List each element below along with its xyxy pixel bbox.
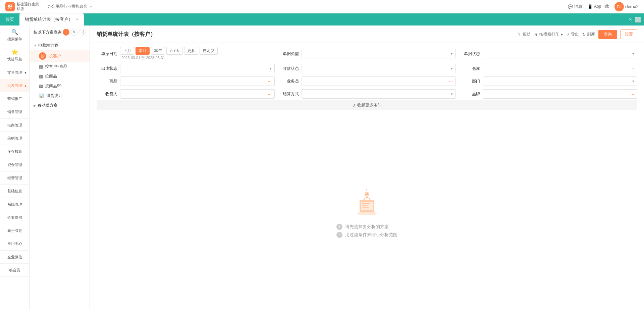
empty-hint-2: 2 用过滤条件来缩小分析范围 [336, 232, 397, 238]
date-btn-more[interactable]: 更多 [184, 47, 198, 55]
doc-status-field: 单据状态 ▾ [459, 47, 637, 60]
sidebar-item-wholesale[interactable]: 批发管理 ▲ [0, 79, 29, 92]
export-icon: ↗ [566, 32, 570, 37]
scheme-header-actions: + ✎ 《 [63, 29, 86, 36]
main-panel: 销货单统计表（按客户） ？ 帮助 🖨 按模板打印 ▾ ↗ [90, 25, 644, 310]
salesperson-select[interactable]: ··· [302, 76, 456, 86]
scheme-collapse-button[interactable]: 《 [79, 29, 86, 36]
sidebar-item-system[interactable]: 系统管理 [0, 198, 29, 211]
sidebar-item-member[interactable]: 畅会员 [0, 264, 29, 277]
grid2-icon: ▦ [39, 74, 43, 79]
receiver-select[interactable]: ··· [120, 89, 275, 99]
doc-type-select[interactable]: ▾ [302, 49, 456, 58]
out-status-select[interactable]: ▾ [120, 64, 275, 73]
quicknav-icon: ⭐ [11, 49, 18, 55]
tab-bar: 首页 销货单统计表（按客户） × × ⬜ [0, 13, 644, 25]
date-btn-this-year[interactable]: 本年 [151, 47, 165, 55]
sidebar-item-cooperation[interactable]: 企业协同 [0, 211, 29, 224]
empty-state: 1 请先选择要分析的方案 2 用过滤条件来缩小分析范围 [90, 114, 644, 310]
page-header: 销货单统计表（按客户） ？ 帮助 🖨 按模板打印 ▾ ↗ [90, 25, 644, 43]
doc-status-select[interactable]: ▾ [483, 49, 637, 58]
tree-item-by-goods[interactable]: ▦ 按商品 [30, 71, 90, 81]
date-btn-custom[interactable]: 自定义 [200, 47, 218, 55]
settlement-select[interactable]: ▾ [302, 89, 456, 99]
doc-type-chevron-icon: ▾ [451, 52, 453, 56]
tab-minimize-button[interactable]: × [629, 16, 632, 22]
wholesale-expand-icon: ▲ [24, 84, 27, 88]
sidebar-item-retail[interactable]: 零售管理 ▼ [0, 66, 29, 79]
scheme-add-button[interactable]: + [63, 29, 69, 36]
tree-item-return-stats[interactable]: 📊 退货统计 [30, 91, 90, 101]
user-profile[interactable]: Ea demo2 [614, 2, 639, 11]
app-download-icon: 📱 [588, 4, 593, 9]
refresh-button[interactable]: ↻ 刷新 [582, 32, 595, 37]
help-button[interactable]: ？ 帮助 [517, 32, 531, 37]
warehouse-select[interactable]: ··· [483, 64, 637, 73]
out-status-field: 出库状态 ▾ [97, 64, 275, 73]
print-button[interactable]: 🖨 按模板打印 ▾ [534, 32, 563, 37]
hint-num-1: 1 [336, 224, 342, 230]
settlement-field: 结算方式 ▾ [278, 89, 456, 99]
department-select[interactable]: ▾ [483, 76, 637, 86]
sidebar-item-appstore[interactable]: 应用中心 [0, 237, 29, 250]
receiver-field: 收货人 ··· [97, 89, 275, 99]
tree-item-by-goods99[interactable]: ▦ 按商品99 [30, 81, 90, 91]
sidebar-item-wechat[interactable]: 企业微信 [0, 251, 29, 264]
scheme-panel-header: 按以下方案查询 + ✎ 《 [30, 25, 90, 39]
app-download-button[interactable]: 📱 App下载 [588, 4, 609, 9]
sidebar-item-sales[interactable]: 销售管理 [0, 105, 29, 118]
sidebar-item-marketing[interactable]: 营销推广 [0, 92, 29, 105]
date-btn-last-month[interactable]: 上月 [120, 47, 134, 55]
logo-text: 畅捷通好生意 标版 [17, 2, 39, 11]
tree-group-mobile-header[interactable]: ▶ 移动端方案 [30, 101, 90, 110]
sidebar-item-operation[interactable]: 经营管理 [0, 171, 29, 185]
sidebar-item-inventory[interactable]: 库存核算 [0, 145, 29, 158]
sidebar-item-ecommerce[interactable]: 电商管理 [0, 119, 29, 132]
warehouse-dots-icon: ··· [630, 66, 634, 71]
sidebar-item-newguide[interactable]: 新手引导 [0, 224, 29, 237]
settings-button[interactable]: 设置 [621, 30, 637, 39]
date-btn-7days[interactable]: 近7天 [166, 47, 183, 55]
svg-line-8 [366, 189, 367, 190]
breadcrumb-arrow: ▼ [89, 4, 93, 9]
logo-area: 好 畅捷通好生意 标版 [5, 2, 39, 11]
export-button[interactable]: ↗ 导出 [566, 32, 579, 37]
tab-close-button[interactable]: × [76, 17, 78, 22]
tab-active[interactable]: 销货单统计表（按客户） × [19, 13, 84, 25]
receiver-dots-icon: ··· [268, 91, 272, 97]
collapse-button[interactable]: ∧ 收起更多条件 [97, 100, 637, 110]
header-divider [43, 4, 43, 9]
tree-item-by-customer-goods[interactable]: ▦ 按客户+商品 [30, 62, 90, 71]
svg-rect-4 [362, 205, 368, 206]
date-btn-this-month[interactable]: 本月 [136, 47, 150, 55]
scheme-edit-button[interactable]: ✎ [71, 29, 77, 36]
doc-type-field: 单据类型 ▾ [278, 47, 456, 60]
goods-select[interactable]: ··· [120, 76, 275, 86]
brand-select[interactable]: ··· [483, 89, 637, 99]
grid-icon: ▦ [39, 64, 43, 69]
active-indicator: 按 [39, 52, 46, 60]
sidebar-item-purchase[interactable]: 采购管理 [0, 132, 29, 145]
sidebar-item-quicknav[interactable]: ⭐ 快捷导航 [0, 45, 29, 66]
pay-status-select[interactable]: ▾ [302, 64, 456, 73]
salesperson-dots-icon: ··· [449, 79, 453, 84]
svg-rect-5 [362, 207, 369, 208]
sidebar: 🔍 搜索菜单 ⭐ 快捷导航 零售管理 ▼ 批发管理 ▲ 营销推广 销售管理 电商… [0, 25, 30, 310]
tree-item-by-customer[interactable]: 按 按客户 [30, 50, 90, 62]
sidebar-item-finance[interactable]: 资金管理 [0, 158, 29, 171]
sidebar-item-basic[interactable]: 基础信息 [0, 185, 29, 198]
tab-home[interactable]: 首页 [0, 13, 19, 25]
message-button[interactable]: 💬 消息 [568, 4, 582, 9]
tree-group-desktop-header[interactable]: ▼ 电脑端方案 [30, 41, 90, 50]
tab-maximize-button[interactable]: ⬜ [635, 16, 641, 23]
empty-hint-1: 1 请先选择要分析的方案 [336, 224, 397, 230]
print-dropdown-icon: ▾ [561, 32, 563, 37]
user-name: demo2 [625, 4, 639, 9]
header-right: 💬 消息 📱 App下载 Ea demo2 [568, 2, 639, 11]
sidebar-item-search[interactable]: 🔍 搜索菜单 [0, 25, 29, 45]
tab-bar-controls: × ⬜ [629, 16, 644, 23]
query-button[interactable]: 查询 [598, 30, 617, 39]
breadcrumb[interactable]: 办公用品行业模拟账套 ▼ [47, 4, 93, 9]
refresh-icon: ↻ [582, 32, 586, 37]
department-chevron-icon: ▾ [632, 79, 634, 84]
